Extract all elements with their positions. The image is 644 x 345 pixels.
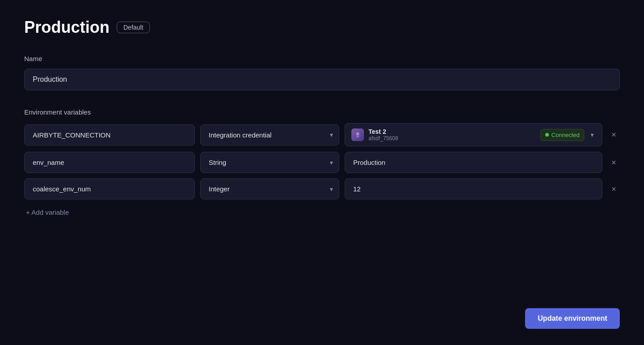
- integration-name: Test 2: [368, 128, 536, 135]
- var-value-input-2[interactable]: [345, 178, 602, 199]
- page-header: Production Default: [24, 18, 620, 37]
- name-section: Name: [24, 55, 620, 105]
- name-label: Name: [24, 55, 620, 62]
- connected-label: Connected: [552, 132, 580, 138]
- var-type-select-0[interactable]: Integration credential String Integer Bo…: [200, 124, 339, 146]
- variable-row: String Integer Boolean Integration crede…: [24, 178, 620, 199]
- name-input[interactable]: [24, 69, 620, 90]
- add-variable-button[interactable]: + Add variable: [24, 205, 71, 220]
- env-variables-section: Environment variables Integration creden…: [24, 108, 620, 220]
- integration-dropdown-btn[interactable]: ▾: [589, 131, 596, 138]
- var-value-input-1[interactable]: [345, 152, 602, 173]
- var-type-wrapper-2: String Integer Boolean Integration crede…: [200, 178, 339, 199]
- var-key-input-1[interactable]: [24, 152, 195, 173]
- remove-variable-btn-0[interactable]: ×: [608, 129, 620, 141]
- connected-badge: Connected: [540, 129, 585, 141]
- integration-info: Test 2 afsdf_75608: [368, 128, 536, 142]
- remove-variable-btn-2[interactable]: ×: [608, 183, 620, 195]
- connected-dot: [545, 133, 549, 137]
- integration-value-0: Test 2 afsdf_75608 Connected ▾: [345, 123, 602, 146]
- page-title: Production: [24, 18, 110, 37]
- var-type-wrapper-0: Integration credential String Integer Bo…: [200, 124, 339, 146]
- var-key-input-0[interactable]: [24, 124, 195, 146]
- integration-id: afsdf_75608: [368, 135, 536, 142]
- svg-point-0: [357, 133, 359, 135]
- remove-variable-btn-1[interactable]: ×: [608, 157, 620, 168]
- variable-row: Integration credential String Integer Bo…: [24, 123, 620, 146]
- integration-icon: [351, 128, 364, 141]
- var-type-select-2[interactable]: String Integer Boolean Integration crede…: [200, 178, 339, 199]
- var-type-select-1[interactable]: String Integer Boolean Integration crede…: [200, 152, 339, 173]
- env-section-label: Environment variables: [24, 108, 620, 116]
- var-key-input-2[interactable]: [24, 178, 195, 199]
- var-type-wrapper-1: String Integer Boolean Integration crede…: [200, 152, 339, 173]
- default-badge[interactable]: Default: [117, 22, 150, 33]
- update-environment-button[interactable]: Update environment: [525, 308, 620, 329]
- variable-row: String Integer Boolean Integration crede…: [24, 152, 620, 173]
